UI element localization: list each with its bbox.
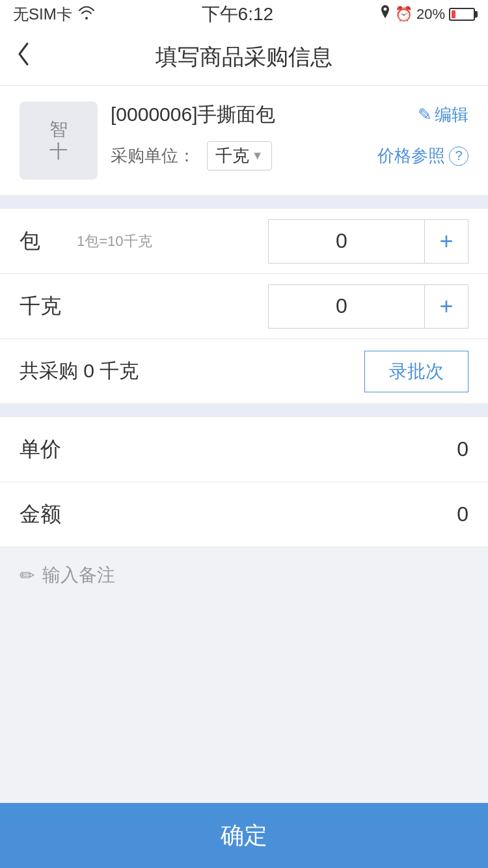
price-ref-help-icon: ?: [449, 146, 468, 166]
product-card: 智 十 [0000006]手撕面包 ✎ 编辑 采购单位： 千克 ▼: [0, 86, 488, 196]
wifi-icon: [77, 5, 96, 23]
main-content: 智 十 [0000006]手撕面包 ✎ 编辑 采购单位： 千克 ▼: [0, 86, 488, 868]
divider-1: [0, 196, 488, 209]
battery-icon: [449, 8, 475, 21]
status-right: ⏰ 20%: [379, 5, 475, 23]
product-logo: 智 十: [49, 118, 68, 162]
kg-label: 千克: [20, 292, 72, 321]
input-section: 包 1包=10千克 + 千克 +: [0, 209, 488, 339]
nav-bar: 填写商品采购信息: [0, 29, 488, 86]
unit-select[interactable]: 千克 ▼: [207, 141, 272, 170]
status-time: 下午6:12: [202, 2, 274, 27]
status-bar: 无SIM卡 下午6:12 ⏰ 20%: [0, 0, 488, 29]
divider-2: [0, 404, 488, 417]
product-name: [0000006]手撕面包: [111, 102, 275, 128]
battery-percent: 20%: [416, 6, 445, 23]
product-name-row: [0000006]手撕面包 ✎ 编辑: [111, 102, 468, 128]
unit-section: 采购单位： 千克 ▼: [111, 141, 272, 170]
location-icon: [379, 5, 391, 23]
kg-row: 千克 +: [0, 274, 488, 339]
carrier-label: 无SIM卡: [13, 4, 72, 25]
product-unit-row: 采购单位： 千克 ▼ 价格参照 ?: [111, 141, 468, 170]
bao-input-wrap: +: [152, 219, 468, 264]
amount-value: 0: [457, 502, 468, 526]
unit-price-label: 单价: [20, 435, 61, 464]
price-section: 单价 0 金额 0: [0, 417, 488, 547]
price-ref-button[interactable]: 价格参照 ?: [377, 144, 468, 167]
alarm-icon: ⏰: [395, 6, 413, 23]
price-ref-label: 价格参照: [377, 144, 445, 167]
remark-section[interactable]: ✏ 输入备注: [0, 547, 488, 603]
kg-plus-button[interactable]: +: [424, 284, 468, 329]
bao-input[interactable]: [268, 219, 424, 264]
bao-plus-button[interactable]: +: [424, 219, 468, 264]
amount-label: 金额: [20, 500, 61, 529]
edit-icon: ✎: [418, 105, 432, 125]
amount-row: 金额 0: [0, 482, 488, 547]
unit-label: 采购单位：: [111, 146, 195, 165]
total-section: 共采购 0 千克 录批次: [0, 339, 488, 404]
bao-row: 包 1包=10千克 +: [0, 209, 488, 274]
product-info: [0000006]手撕面包 ✎ 编辑 采购单位： 千克 ▼ 价格参照 ?: [111, 102, 468, 170]
edit-button[interactable]: ✎ 编辑: [418, 103, 468, 126]
confirm-button[interactable]: 确定: [0, 803, 488, 868]
remark-icon: ✏: [20, 565, 34, 586]
total-label: 共采购 0 千克: [20, 358, 139, 385]
kg-input-wrap: +: [72, 284, 468, 329]
record-batch-button[interactable]: 录批次: [364, 351, 468, 392]
unit-value: 千克: [215, 144, 249, 167]
unit-price-value: 0: [457, 437, 468, 461]
unit-arrow-icon: ▼: [252, 149, 264, 163]
remark-input[interactable]: 输入备注: [42, 563, 115, 588]
confirm-label: 确定: [221, 820, 267, 852]
kg-input[interactable]: [268, 284, 424, 329]
back-button[interactable]: [16, 41, 31, 73]
status-left: 无SIM卡: [13, 4, 96, 25]
product-thumbnail: 智 十: [20, 102, 98, 180]
bao-sub-label: 1包=10千克: [77, 232, 152, 251]
unit-price-row: 单价 0: [0, 417, 488, 482]
edit-label: 编辑: [435, 103, 468, 126]
bao-label: 包: [20, 227, 72, 256]
page-title: 填写商品采购信息: [156, 42, 332, 72]
